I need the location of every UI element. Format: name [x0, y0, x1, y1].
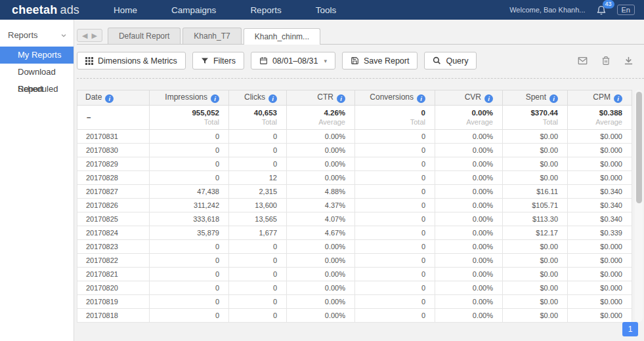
nav-item-home[interactable]: Home [114, 5, 137, 15]
download-icon [624, 56, 633, 66]
pagination-page-1[interactable]: 1 [622, 322, 638, 336]
info-icon[interactable]: i [484, 94, 493, 103]
table-cell: 0.00% [435, 157, 503, 171]
table-cell: 0 [355, 171, 435, 185]
info-icon[interactable]: i [614, 94, 622, 103]
filters-button[interactable]: Filters [192, 52, 244, 70]
info-icon[interactable]: i [337, 94, 345, 103]
table-row: 20170821000.00%00.00%$0.00$0.000 [77, 268, 632, 281]
table-cell: 20170819 [77, 295, 150, 309]
table-cell: $0.00 [503, 309, 568, 323]
table-cell: 4.07% [287, 212, 355, 226]
totals-sublabel: Average [572, 118, 622, 126]
sidebar-item-scheduled[interactable]: Scheduled [0, 81, 74, 98]
totals-value: $370.44 [507, 109, 558, 117]
nav-item-tools[interactable]: Tools [316, 5, 337, 15]
tab-khanh-t7[interactable]: Khanh_T7 [182, 28, 241, 44]
table-cell: 13,600 [229, 199, 287, 212]
table-cell: $0.000 [568, 295, 632, 309]
date-range-label: 08/01–08/31 [272, 56, 318, 66]
table-cell: $12.17 [503, 226, 568, 240]
table-cell: 0.00% [435, 226, 503, 240]
table-row: 20170825333,61813,5654.07%00.00%$113.30$… [77, 212, 632, 226]
brand-bold: cheetah [12, 3, 57, 16]
table-cell: 0 [150, 157, 229, 171]
table-cell: $0.00 [503, 157, 568, 171]
table-cell: 0 [150, 144, 229, 157]
table-cell: 0 [355, 268, 435, 281]
table-cell: 0.00% [287, 254, 355, 268]
table-cell: 0.00% [287, 130, 355, 144]
tab-khanh-chinm[interactable]: Khanh_chinm... [244, 28, 320, 45]
language-selector[interactable]: En [617, 5, 635, 15]
welcome-text[interactable]: Welcome, Bao Khanh... [509, 6, 585, 14]
info-icon[interactable]: i [211, 94, 219, 103]
delete-report-button[interactable] [601, 56, 611, 66]
totals-sublabel: Total [359, 118, 425, 126]
table-cell: 20170820 [77, 281, 150, 295]
sidebar-item-download-report[interactable]: Download Report [0, 64, 74, 81]
table-row: 20170826311,24213,6004.37%00.00%$105.71$… [77, 199, 632, 212]
table-cell: 0 [229, 309, 287, 323]
brand-logo[interactable]: cheetahads [12, 3, 79, 17]
notifications-button[interactable]: 43 [596, 5, 607, 15]
table-cell: 0 [229, 130, 287, 144]
table-cell: 0.00% [435, 254, 503, 268]
table-cell: 4.67% [287, 226, 355, 240]
totals-cell: 955,052Total [150, 106, 229, 130]
table-row: 20170823000.00%00.00%$0.00$0.000 [77, 240, 632, 254]
table-cell: 20170823 [77, 240, 150, 254]
table-cell: 4.37% [287, 199, 355, 212]
query-button[interactable]: Query [424, 52, 477, 70]
table-cell: $0.000 [568, 309, 632, 323]
table-cell: 0.00% [287, 157, 355, 171]
totals-value: – [87, 113, 140, 121]
table-scrollbar[interactable] [635, 90, 643, 322]
table-cell: 20170827 [77, 185, 150, 199]
download-report-button[interactable] [624, 56, 633, 66]
date-range-button[interactable]: 08/01–08/31 ▾ [251, 52, 335, 70]
table-cell: 0.00% [287, 281, 355, 295]
info-icon[interactable]: i [549, 94, 558, 103]
table-cell: 0.00% [287, 268, 355, 281]
sidebar-group-label: Reports [8, 30, 38, 40]
dimensions-metrics-button[interactable]: Dimensions & Metrics [77, 52, 186, 70]
sidebar-group-reports[interactable]: Reports [0, 20, 74, 47]
table-cell: 0.00% [435, 171, 503, 185]
save-report-button[interactable]: Save Report [342, 52, 418, 70]
table-cell: 0 [150, 295, 229, 309]
nav-item-campaigns[interactable]: Campaigns [171, 5, 216, 15]
sidebar: Reports My Reports Download Report Sched… [0, 20, 74, 341]
sidebar-item-my-reports[interactable]: My Reports [0, 47, 74, 64]
table-cell: 0 [229, 144, 287, 157]
column-header-clicks: Clicksi [229, 90, 287, 106]
scrollbar-thumb[interactable] [636, 92, 642, 203]
mail-report-button[interactable] [577, 56, 588, 66]
totals-cell: $370.44Total [503, 106, 568, 130]
column-label: Impressions [165, 92, 207, 102]
table-cell: 0.00% [435, 309, 503, 323]
chevron-left-icon[interactable]: ◀ [82, 31, 87, 40]
chevron-right-icon[interactable]: ▶ [91, 31, 97, 40]
info-icon[interactable]: i [268, 94, 277, 103]
info-icon[interactable]: i [105, 94, 114, 103]
navbar-right: Welcome, Bao Khanh... 43 En [509, 5, 635, 15]
chevron-down-icon: ▾ [324, 58, 327, 64]
table-cell: 0.00% [287, 309, 355, 323]
table-cell: $0.340 [568, 212, 632, 226]
totals-cell: 40,653Total [229, 106, 287, 130]
grid-icon [85, 57, 93, 65]
table-cell: $0.00 [503, 144, 568, 157]
table-cell: 20170822 [77, 254, 150, 268]
table-cell: $0.000 [568, 281, 632, 295]
save-icon [351, 56, 359, 65]
table-row: 20170818000.00%00.00%$0.00$0.000 [77, 309, 632, 323]
nav-item-reports[interactable]: Reports [250, 5, 281, 15]
table-cell: $0.00 [503, 130, 568, 144]
table-cell: 0.00% [287, 171, 355, 185]
tab-default-report[interactable]: Default Report [108, 28, 181, 44]
info-icon[interactable]: i [417, 94, 425, 103]
table-cell: 20170824 [77, 226, 150, 240]
table-cell: 0 [150, 281, 229, 295]
table-row: 20170829000.00%00.00%$0.00$0.000 [77, 157, 632, 171]
